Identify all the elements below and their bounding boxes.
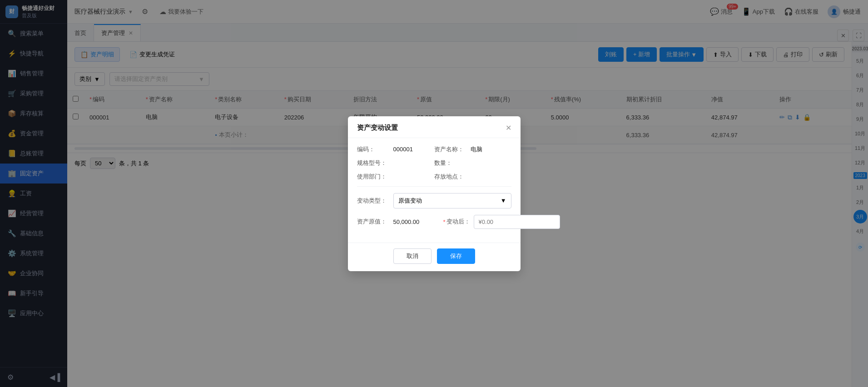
dialog-asset-name-label: 资产名称： xyxy=(434,145,471,154)
dialog-change-type-select[interactable]: 原值变动 ▼ xyxy=(393,193,511,208)
dialog-save-button[interactable]: 保存 xyxy=(437,248,475,264)
dialog-title: 资产变动设置 xyxy=(357,124,398,132)
dialog-close-button[interactable]: ✕ xyxy=(506,124,511,132)
chevron-down-icon: ▼ xyxy=(501,197,506,204)
dialog-quantity-label: 数量： xyxy=(434,159,471,167)
dialog-code-value: 000001 xyxy=(393,146,434,153)
dialog-location-label: 存放地点： xyxy=(434,173,471,181)
dialog-overlay: 资产变动设置 ✕ 编码： 000001 资产名称： 电脑 规格型号： xyxy=(0,0,868,387)
dialog-after-change-label: 变动后： xyxy=(446,218,474,226)
dialog-info-row-3: 使用部门： 存放地点： xyxy=(357,173,511,181)
dialog-asset-value-label: 资产原值： xyxy=(357,218,393,226)
dialog-code-label: 编码： xyxy=(357,145,393,154)
dialog-after-change-input[interactable] xyxy=(474,215,560,229)
dialog-info-row-1: 编码： 000001 资产名称： 电脑 xyxy=(357,145,511,154)
dialog-change-type-value: 原值变动 xyxy=(398,197,422,205)
dialog-spec-label: 规格型号： xyxy=(357,159,393,167)
dialog-after-change-required: * xyxy=(443,218,446,225)
dialog-change-type-label: 变动类型： xyxy=(357,197,393,205)
dialog-info-row-2: 规格型号： 数量： xyxy=(357,159,511,167)
dialog-footer: 取消 保存 xyxy=(348,243,521,271)
dialog-divider xyxy=(357,186,511,187)
dialog-body: 编码： 000001 资产名称： 电脑 规格型号： 数量： xyxy=(348,138,521,243)
dialog-dept-label: 使用部门： xyxy=(357,173,393,181)
dialog-change-type-row: 变动类型： 原值变动 ▼ xyxy=(357,193,511,208)
dialog-asset-value-value: 50,000.00 xyxy=(393,218,434,225)
dialog-header: 资产变动设置 ✕ xyxy=(348,116,521,138)
asset-change-dialog: 资产变动设置 ✕ 编码： 000001 资产名称： 电脑 规格型号： xyxy=(348,116,521,271)
dialog-cancel-button[interactable]: 取消 xyxy=(393,248,432,264)
dialog-asset-name-value: 电脑 xyxy=(471,145,511,154)
dialog-value-row: 资产原值： 50,000.00 * 变动后： xyxy=(357,215,511,229)
